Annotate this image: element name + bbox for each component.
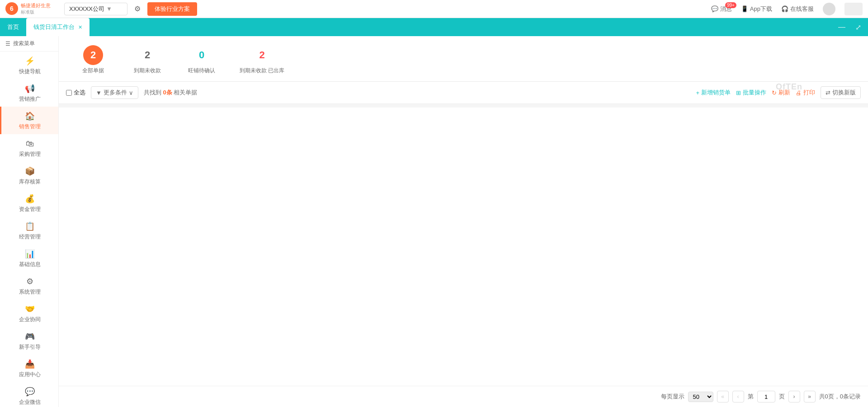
found-text: 共找到 0条 相关单据 <box>144 89 197 97</box>
sidebar-label-sales: 销售管理 <box>19 123 41 131</box>
search-icon: ☰ <box>5 41 10 47</box>
app-badge: 标准版 <box>21 9 51 15</box>
tab-maximize-button[interactable]: ⤢ <box>852 21 864 33</box>
sidebar-item-basic-info[interactable]: 📊 基础信息 <box>0 244 58 272</box>
sidebar-label-basic-info: 基础信息 <box>19 261 41 268</box>
tab-minimize-button[interactable]: — <box>835 21 848 33</box>
basic-info-icon: 📊 <box>25 249 35 259</box>
sidebar-item-finance[interactable]: 💰 资金管理 <box>0 189 58 217</box>
online-service-button[interactable]: 🎧 在线客服 <box>781 5 814 13</box>
tab-home-label: 首页 <box>7 23 19 31</box>
filter-icon: ▼ <box>96 89 102 96</box>
logo-area: 6 畅捷通好生意 标准版 <box>5 2 64 15</box>
sidebar-item-guide[interactable]: 🎮 新手引导 <box>0 327 58 355</box>
finance-icon: 💰 <box>25 194 35 204</box>
sidebar-item-operations[interactable]: 📋 经营管理 <box>0 217 58 244</box>
tab-workbench[interactable]: 钱货日清工作台 ✕ <box>26 18 90 36</box>
quick-nav-icon: ⚡ <box>25 56 35 66</box>
search-menu-item[interactable]: ☰ 搜索菜单 <box>0 36 58 51</box>
batch-icon: ⊞ <box>736 89 741 96</box>
toolbar: 全选 ▼ 更多条件 ∨ 共找到 0条 相关单据 + 新增销货单 ⊞ 批量操作 <box>59 82 868 104</box>
sidebar-item-inventory[interactable]: 📦 库存核算 <box>0 162 58 189</box>
chevron-down-icon: ▼ <box>106 5 112 12</box>
download-icon: 📱 <box>741 5 748 12</box>
select-all-checkbox[interactable]: 全选 <box>66 89 85 97</box>
stat-tab-wangpu[interactable]: 0 旺铺待确认 <box>175 42 229 81</box>
stat-number-wangpu: 0 <box>192 45 212 65</box>
stat-tab-all[interactable]: 2 全部单据 <box>66 42 120 81</box>
add-sales-order-button[interactable]: + 新增销货单 <box>696 89 731 97</box>
marketing-icon: 📢 <box>25 84 35 94</box>
search-menu-label: 搜索菜单 <box>13 40 35 47</box>
refresh-icon: ↻ <box>772 89 777 96</box>
filter-label: 更多条件 <box>104 89 127 97</box>
company-name: XXXXXX公司 <box>69 5 104 13</box>
sidebar-label-enterprise: 企业协同 <box>19 316 41 323</box>
filter-button[interactable]: ▼ 更多条件 ∨ <box>91 86 138 99</box>
page-size-select[interactable]: 20 50 100 <box>688 392 713 402</box>
select-all-input[interactable] <box>66 90 72 96</box>
sidebar-label-guide: 新手引导 <box>19 343 41 351</box>
sidebar-item-quick-nav[interactable]: ⚡ 快捷导航 <box>0 51 58 79</box>
next-page-button[interactable]: › <box>788 391 800 402</box>
app-download-button[interactable]: 📱 App下载 <box>741 5 772 13</box>
sales-icon: 🏠 <box>25 111 35 121</box>
sidebar-label-quick-nav: 快捷导航 <box>19 68 41 75</box>
wechat-icon: 💬 <box>25 387 35 397</box>
sidebar-item-system[interactable]: ⚙ 系统管理 <box>0 272 58 299</box>
prev-page-button[interactable]: ‹ <box>732 391 744 402</box>
stat-tab-shipped[interactable]: 2 到期未收款 已出库 <box>229 42 295 81</box>
sidebar-label-app-center: 应用中心 <box>19 371 41 379</box>
found-prefix: 共找到 <box>144 89 161 96</box>
top-header: 6 畅捷通好生意 标准版 XXXXXX公司 ▼ ⚙ 体验行业方案 💬 消息 99… <box>0 0 868 18</box>
sidebar-item-sales[interactable]: 🏠 销售管理 <box>0 107 58 134</box>
toolbar-right: + 新增销货单 ⊞ 批量操作 ↻ 刷新 🖨 打印 ⇄ 切换新版 <box>696 86 861 99</box>
enterprise-icon: 🤝 <box>25 304 35 314</box>
trial-button[interactable]: 体验行业方案 <box>147 2 197 16</box>
user-name[interactable] <box>844 3 863 15</box>
sidebar: ☰ 搜索菜单 ⚡ 快捷导航 📢 营销推广 🏠 销售管理 🛍 采购管理 📦 库存核… <box>0 36 59 407</box>
stat-label-wangpu: 旺铺待确认 <box>188 67 215 75</box>
stat-tab-overdue[interactable]: 2 到期未收款 <box>120 42 175 81</box>
page-label-end: 页 <box>779 393 785 401</box>
purchase-icon: 🛍 <box>25 139 35 149</box>
batch-btn-label: 批量操作 <box>743 89 766 97</box>
app-download-label: App下载 <box>750 5 772 13</box>
pagination: 每页显示 20 50 100 « ‹ 第 页 › » 共0页，0条记录 <box>59 386 868 407</box>
stat-number-overdue: 2 <box>137 45 157 65</box>
sidebar-item-app-center[interactable]: 📥 应用中心 <box>0 355 58 382</box>
filter-arrow-icon: ∨ <box>129 89 133 96</box>
sidebar-item-enterprise[interactable]: 🤝 企业协同 <box>0 299 58 327</box>
logo-icon: 6 <box>5 2 18 15</box>
message-icon: 💬 <box>711 5 718 12</box>
tab-close-icon[interactable]: ✕ <box>78 24 82 30</box>
switch-version-button[interactable]: ⇄ 切换新版 <box>821 86 861 99</box>
layout: ☰ 搜索菜单 ⚡ 快捷导航 📢 营销推广 🏠 销售管理 🛍 采购管理 📦 库存核… <box>0 36 868 407</box>
avatar[interactable] <box>823 3 835 15</box>
refresh-label: 刷新 <box>778 89 790 97</box>
company-selector[interactable]: XXXXXX公司 ▼ <box>64 3 127 15</box>
sidebar-label-finance: 资金管理 <box>19 206 41 213</box>
sidebar-item-wechat[interactable]: 💬 企业微信 <box>0 382 58 407</box>
messages-button[interactable]: 💬 消息 99+ <box>711 5 732 13</box>
sidebar-item-purchase[interactable]: 🛍 采购管理 <box>0 134 58 162</box>
first-page-button[interactable]: « <box>717 391 729 402</box>
batch-operation-button[interactable]: ⊞ 批量操作 <box>736 89 766 97</box>
print-icon: 🖨 <box>796 89 802 96</box>
service-icon: 🎧 <box>781 5 788 12</box>
refresh-button[interactable]: ↻ 刷新 <box>772 89 790 97</box>
last-page-button[interactable]: » <box>804 391 816 402</box>
operations-icon: 📋 <box>25 221 35 231</box>
stat-number-all: 2 <box>83 45 103 65</box>
sidebar-label-operations: 经营管理 <box>19 233 41 241</box>
page-number-input[interactable] <box>757 391 775 402</box>
print-label: 打印 <box>803 89 815 97</box>
tab-home[interactable]: 首页 <box>0 18 26 36</box>
settings-button[interactable]: ⚙ <box>131 3 144 15</box>
sidebar-item-marketing[interactable]: 📢 营销推广 <box>0 79 58 107</box>
sidebar-label-wechat: 企业微信 <box>19 398 41 406</box>
print-button[interactable]: 🖨 打印 <box>796 89 815 97</box>
tab-bar: 首页 钱货日清工作台 ✕ — ⤢ <box>0 18 868 36</box>
page-label: 第 <box>748 393 754 401</box>
stat-label-shipped: 到期未收款 已出库 <box>240 67 284 75</box>
